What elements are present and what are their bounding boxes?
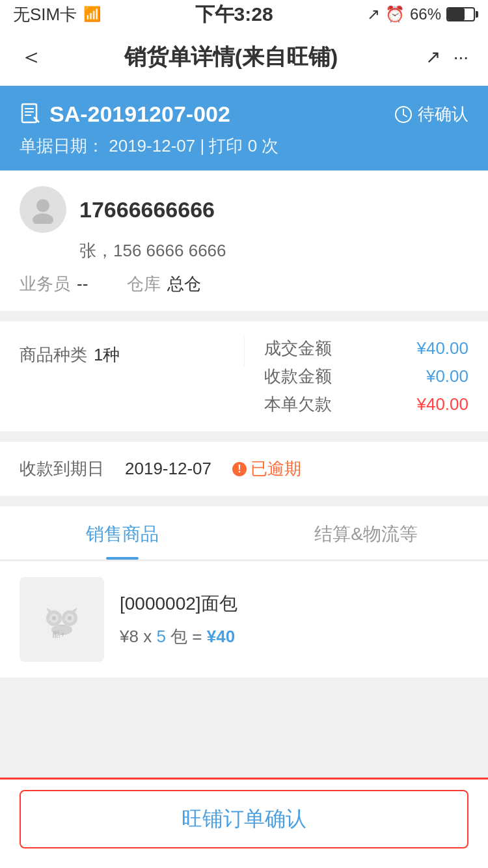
- customer-meta: 业务员 -- 仓库 总仓: [20, 273, 468, 295]
- back-button[interactable]: ＜: [20, 41, 59, 73]
- order-status-text: 待确认: [418, 103, 468, 126]
- product-unit: 包: [170, 627, 187, 646]
- order-date: 单据日期： 2019-12-07 | 打印 0 次: [20, 135, 468, 157]
- svg-rect-3: [25, 115, 31, 116]
- customer-name: 张，156 6666 6666: [20, 239, 468, 262]
- page-title: 销货单详情(来自旺铺): [59, 42, 403, 72]
- avatar: [20, 186, 66, 233]
- battery-text: 66%: [410, 5, 441, 23]
- summary-card: 商品种类 1种 成交金额 ¥40.00 收款金额 ¥0.00 本单欠款 ¥40.…: [0, 321, 488, 431]
- order-id: SA-20191207-002: [20, 102, 230, 127]
- status-bar: 无SIM卡 📶 下午3:28 ↗ ⏰ 66%: [0, 0, 488, 29]
- due-date-label: 收款到期日: [20, 457, 104, 480]
- warehouse-value: 总仓: [167, 273, 201, 295]
- svg-rect-2: [25, 111, 34, 113]
- share-button[interactable]: ↗: [426, 46, 441, 68]
- tab-settlement-label: 结算&物流等: [314, 524, 418, 544]
- svg-text:酷+: 酷+: [53, 630, 65, 639]
- received-value: ¥0.00: [426, 366, 468, 387]
- svg-rect-1: [25, 108, 34, 109]
- clock-icon: [394, 105, 413, 124]
- equals-sign: =: [192, 627, 206, 646]
- product-item: 酷+ [0000002]面包 ¥8 x 5 包 = ¥40: [0, 562, 488, 678]
- product-info: [0000002]面包 ¥8 x 5 包 = ¥40: [120, 591, 468, 648]
- received-row: 收款金额 ¥0.00: [264, 365, 469, 388]
- sales-label: 业务员: [20, 273, 70, 295]
- status-left: 无SIM卡 📶: [13, 3, 101, 26]
- confirm-order-label: 旺铺订单确认: [182, 805, 306, 834]
- amount-label: 成交金额: [264, 337, 332, 360]
- tabs: 销售商品 结算&物流等: [0, 506, 488, 560]
- order-date-label: 单据日期：: [20, 136, 104, 156]
- product-price: ¥8 x 5 包 = ¥40: [120, 625, 468, 648]
- sales-meta: 业务员 --: [20, 273, 88, 295]
- category-row: 商品种类 1种: [20, 337, 224, 366]
- order-document-icon: [20, 103, 43, 126]
- tab-products-label: 销售商品: [86, 524, 159, 544]
- order-id-text: SA-20191207-002: [49, 102, 230, 127]
- customer-card: 17666666666 张，156 6666 6666 业务员 -- 仓库 总仓: [0, 170, 488, 311]
- category-value: 1种: [94, 344, 120, 366]
- svg-rect-0: [22, 104, 36, 122]
- svg-point-8: [33, 213, 53, 224]
- overdue-dot-icon: !: [232, 462, 247, 476]
- multiply-sign: x: [143, 627, 156, 646]
- amount-value: ¥40.00: [416, 338, 468, 359]
- time-display: 下午3:28: [195, 1, 273, 28]
- summary-right: 成交金额 ¥40.00 收款金额 ¥0.00 本单欠款 ¥40.00: [245, 337, 469, 416]
- bottom-bar: 旺铺订单确认: [0, 778, 488, 868]
- order-date-value: 2019-12-07: [109, 136, 195, 156]
- svg-line-6: [403, 115, 407, 116]
- nav-actions: ↗ ···: [403, 46, 468, 68]
- user-avatar-icon: [29, 195, 57, 224]
- tab-products[interactable]: 销售商品: [0, 506, 244, 560]
- order-id-row: SA-20191207-002 待确认: [20, 102, 468, 127]
- order-status: 待确认: [394, 103, 468, 126]
- product-qty: 5: [156, 627, 165, 646]
- amount-row: 成交金额 ¥40.00: [264, 337, 469, 360]
- warehouse-label: 仓库: [127, 273, 161, 295]
- debt-label: 本单欠款: [264, 393, 332, 416]
- debt-value: ¥40.00: [416, 394, 468, 414]
- confirm-order-button[interactable]: 旺铺订单确认: [20, 790, 468, 848]
- product-total: ¥40: [207, 627, 235, 646]
- product-owl-logo: 酷+: [36, 600, 88, 639]
- due-date-card: 收款到期日 2019-12-07 ! 已逾期: [0, 442, 488, 496]
- customer-phone: 17666666666: [79, 197, 215, 223]
- order-header: SA-20191207-002 待确认 单据日期： 2019-12-07 | 打…: [0, 86, 488, 170]
- product-list: 酷+ [0000002]面包 ¥8 x 5 包 = ¥40: [0, 562, 488, 678]
- battery-icon: [446, 7, 475, 21]
- category-label: 商品种类: [20, 344, 87, 366]
- svg-point-14: [68, 616, 72, 620]
- nav-bar: ＜ 销货单详情(来自旺铺) ↗ ···: [0, 29, 488, 86]
- overdue-text: 已逾期: [251, 457, 301, 480]
- product-thumbnail: 酷+: [20, 577, 104, 662]
- product-unit-price: ¥8: [120, 627, 139, 646]
- due-date-value: 2019-12-07: [125, 459, 211, 479]
- debt-row: 本单欠款 ¥40.00: [264, 393, 469, 416]
- product-name: [0000002]面包: [120, 591, 468, 616]
- overdue-badge: ! 已逾期: [232, 457, 301, 480]
- alarm-icon: ⏰: [385, 5, 405, 23]
- status-right: ↗ ⏰ 66%: [367, 5, 475, 23]
- location-icon: ↗: [367, 5, 380, 23]
- warehouse-meta: 仓库 总仓: [127, 273, 201, 295]
- more-button[interactable]: ···: [454, 47, 468, 68]
- carrier-text: 无SIM卡: [13, 3, 77, 26]
- svg-point-13: [52, 616, 56, 620]
- wifi-icon: 📶: [83, 6, 101, 23]
- received-label: 收款金额: [264, 365, 332, 388]
- summary-left: 商品种类 1种: [20, 337, 245, 366]
- svg-point-7: [36, 199, 49, 212]
- tab-settlement[interactable]: 结算&物流等: [244, 506, 488, 560]
- order-print-info: | 打印 0 次: [200, 136, 278, 156]
- customer-row: 17666666666: [20, 186, 468, 233]
- sales-value: --: [77, 274, 88, 294]
